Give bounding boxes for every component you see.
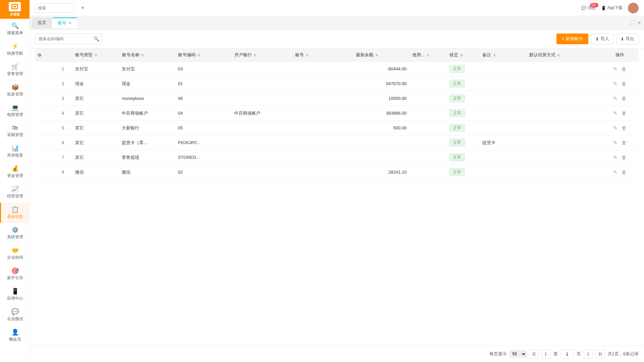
- edit-button[interactable]: ✎: [612, 154, 619, 161]
- sidebar-item-inventory[interactable]: 📊 库存核算: [0, 141, 29, 162]
- sort-icon-code: ⇅: [198, 53, 200, 57]
- row-type: 其它: [72, 135, 119, 150]
- col-type[interactable]: 账号类型 ⇅: [72, 49, 119, 62]
- sidebar-item-quick-nav[interactable]: ⚡ 快捷导航: [0, 39, 29, 60]
- tab-account[interactable]: 账号 ✕: [52, 17, 77, 28]
- row-status: 正常: [447, 62, 480, 76]
- col-account[interactable]: 账号 ⇅: [292, 49, 353, 62]
- sidebar-item-purchase[interactable]: 🛍 采购管理: [0, 121, 29, 141]
- row-account-num: [292, 76, 353, 91]
- delete-button[interactable]: 🗑: [620, 95, 628, 102]
- toolbar-left: 🔍: [35, 34, 102, 44]
- col-balance[interactable]: 最新余额 ⇅: [353, 49, 409, 62]
- col-use[interactable]: 使用... ⇅: [409, 49, 447, 62]
- add-account-button[interactable]: + 新增账号: [556, 34, 588, 44]
- sidebar-item-operations[interactable]: 📈 经营管理: [0, 182, 29, 202]
- edit-button[interactable]: ✎: [612, 169, 619, 176]
- search-icon: 🔍: [94, 36, 99, 42]
- row-name: 大新银行: [119, 121, 175, 135]
- row-code: 02: [175, 165, 231, 180]
- sidebar-item-wechat[interactable]: 💬 企业微信: [0, 305, 29, 325]
- edit-button[interactable]: ✎: [612, 65, 619, 73]
- delete-button[interactable]: 🗑: [620, 139, 628, 146]
- row-index: 2: [54, 76, 72, 91]
- header-left: ▼: [35, 3, 85, 13]
- row-use: [409, 91, 447, 106]
- delete-button[interactable]: 🗑: [620, 124, 628, 131]
- user-avatar[interactable]: [628, 3, 639, 13]
- sidebar-item-wholesale[interactable]: 📦 批发管理: [0, 80, 29, 101]
- table-row: 4 其它 中百商场账户 04 中百商场账户 383866.00 正常 ✎ 🗑: [35, 106, 639, 121]
- row-code: 03: [175, 62, 231, 76]
- import-button[interactable]: ⬆ 导入: [591, 34, 613, 44]
- edit-button[interactable]: ✎: [612, 139, 619, 146]
- col-name[interactable]: 账号名称 ⇅: [119, 49, 175, 62]
- sidebar-item-ecommerce[interactable]: 💻 电商管理: [0, 101, 29, 121]
- sidebar-item-basic[interactable]: 📋 基础信息: [0, 202, 29, 223]
- col-remark[interactable]: 备注 ⇅: [480, 49, 527, 62]
- message-button[interactable]: 💬 消息 99+: [581, 5, 596, 11]
- col-bank[interactable]: 开户银行 ⇅: [231, 49, 292, 62]
- row-status: 正常: [447, 135, 480, 150]
- tab-expand-icon[interactable]: ⛶ ✕: [630, 20, 641, 25]
- row-type: 微信: [72, 165, 119, 180]
- operations-icon: 📈: [2, 185, 28, 193]
- first-page-button[interactable]: ⟨⟨: [529, 349, 539, 359]
- row-gear: [35, 121, 54, 135]
- sort-icon-account: ⇅: [306, 53, 309, 57]
- settings-icon[interactable]: ⚙: [38, 53, 42, 58]
- col-default-settle[interactable]: 默认结算方式 ⇅: [526, 49, 601, 62]
- delete-button[interactable]: 🗑: [620, 169, 628, 176]
- app-download-button[interactable]: 📱 App下载: [601, 5, 623, 11]
- row-use: [409, 76, 447, 91]
- col-status[interactable]: 状态 ⇅: [447, 49, 480, 62]
- sort-icon-remark: ⇅: [493, 53, 496, 57]
- row-bank: [231, 76, 292, 91]
- app-center-icon: 📱: [2, 288, 28, 295]
- next-page-button[interactable]: ⟩: [584, 349, 593, 359]
- delete-button[interactable]: 🗑: [620, 65, 628, 72]
- sidebar-item-app-center[interactable]: 📱 应用中心: [0, 284, 29, 305]
- sort-icon-bank: ⇅: [254, 53, 256, 57]
- sidebar-item-retail[interactable]: 🛒 零售管理: [0, 60, 29, 80]
- top-header: ▼ 💬 消息 99+ 📱 App下载: [30, 0, 644, 16]
- row-name: 支付宝: [119, 62, 175, 76]
- sidebar-item-search-menu[interactable]: 🔍 搜索菜单: [0, 19, 29, 39]
- header-search-input[interactable]: [35, 3, 75, 13]
- export-button[interactable]: ⬇ 导出: [616, 34, 639, 44]
- sidebar-item-guide[interactable]: 🎯 新手引导: [0, 264, 29, 284]
- row-bank: [231, 150, 292, 165]
- table-row: 3 其它 moneybosx 06 10000.00 正常 ✎ 🗑: [35, 91, 639, 106]
- sidebar-item-member[interactable]: 👤 畅会员: [0, 325, 29, 346]
- row-remark: [480, 150, 527, 165]
- sidebar-item-system[interactable]: ⚙️ 系统管理: [0, 223, 29, 243]
- edit-button[interactable]: ✎: [612, 95, 619, 102]
- row-status: 正常: [447, 121, 480, 135]
- edit-button[interactable]: ✎: [612, 80, 619, 87]
- edit-button[interactable]: ✎: [612, 124, 619, 132]
- row-remark: [480, 62, 527, 76]
- search-input[interactable]: [35, 34, 102, 44]
- col-account-label: 账号: [295, 52, 304, 57]
- row-index: 1: [54, 62, 72, 76]
- tab-account-label: 账号: [58, 20, 66, 26]
- edit-button[interactable]: ✎: [612, 110, 619, 117]
- last-page-button[interactable]: ⟩⟩: [596, 349, 605, 359]
- row-index: 7: [54, 150, 72, 165]
- content-area: 🔍 + 新增账号 ⬆ 导入 ⬇ 导出: [30, 29, 644, 362]
- row-actions: ✎ 🗑: [601, 76, 639, 91]
- tab-home[interactable]: 首页: [32, 17, 52, 28]
- per-page-select[interactable]: 50 10 20 100: [509, 350, 527, 358]
- search-menu-icon: 🔍: [2, 22, 28, 29]
- delete-button[interactable]: 🗑: [620, 110, 628, 117]
- sidebar-item-enterprise[interactable]: 🤝 企业协同: [0, 243, 29, 264]
- delete-button[interactable]: 🗑: [620, 80, 628, 87]
- dropdown-arrow-icon[interactable]: ▼: [80, 5, 85, 10]
- col-code[interactable]: 账号编码 ⇅: [175, 49, 231, 62]
- prev-page-button[interactable]: ⟨: [541, 349, 551, 359]
- page-input[interactable]: [560, 349, 574, 359]
- table-body: 1 支付宝 支付宝 03 -90444.00 正常 ✎ 🗑 2 现金 现金 01…: [35, 62, 639, 180]
- tab-close-icon[interactable]: ✕: [68, 21, 72, 25]
- delete-button[interactable]: 🗑: [620, 154, 628, 161]
- sidebar-item-finance[interactable]: 💰 资金管理: [0, 162, 29, 182]
